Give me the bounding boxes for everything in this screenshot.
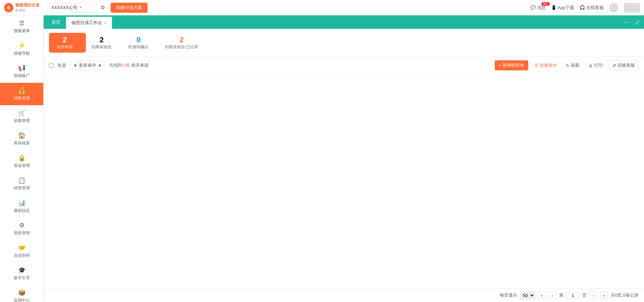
stat-num-wangfu: 0	[137, 36, 141, 44]
select-all-checkbox[interactable]	[49, 63, 53, 68]
stat-label-shipped: 到期未收款 已出库	[165, 44, 198, 50]
message-icon: 💬	[530, 5, 536, 10]
tabs-right-actions: — ⤢	[623, 18, 641, 26]
content-area: 首页 钱货日清工作台 ✕ — ⤢ 2 全部单据 2 到期未收款	[44, 15, 644, 302]
table-area	[44, 74, 644, 288]
batch-label: 批量操作	[540, 62, 557, 68]
switch-version-button[interactable]: ⇄ 切换新版	[609, 60, 639, 70]
print-label: 打印	[594, 62, 603, 68]
sidebar-label-purchase: 采购管理	[14, 118, 30, 124]
sidebar-label-guide: 新手引导	[14, 275, 30, 281]
print-icon: 🖨	[588, 63, 593, 68]
message-button[interactable]: 💬 消息 99+	[530, 5, 546, 11]
tab-home[interactable]: 首页	[46, 15, 66, 29]
sidebar-label-quicknav: 快捷导航	[14, 51, 30, 56]
user-name-area[interactable]	[624, 3, 640, 12]
found-count: 0条	[123, 63, 130, 68]
logo-text-group: 畅捷通好生意 标准版	[15, 2, 40, 13]
operations-icon: 📋	[18, 177, 25, 184]
purchase-icon: 🛒	[18, 109, 25, 117]
sidebar-item-guide[interactable]: 🎓 新手引导	[0, 262, 43, 285]
sidebar-label-app-center: 应用中心	[14, 298, 30, 302]
company-selector[interactable]: XXXXXX公司 ▼	[48, 3, 95, 12]
company-name: XXXXXX公司	[51, 5, 77, 11]
new-sales-order-button[interactable]: + 新增销货单	[495, 60, 528, 70]
stat-num-shipped: 2	[180, 36, 184, 44]
toolbar-right: + 新增销货单 ☰ 批量操作 ↻ 刷新 🖨 打印 ⇄	[495, 60, 639, 70]
headset-icon: 🎧	[580, 5, 585, 10]
tab-maximize-button[interactable]: ⤢	[633, 18, 641, 26]
tab-minimize-button[interactable]: —	[623, 18, 631, 26]
filter-button[interactable]: ▼ 更多条件 ▼	[70, 61, 105, 70]
top-header: 6 畅捷通好生意 标准版 XXXXXX公司 ▼ ⚙ 体验行业方案 💬 消息 99…	[0, 0, 644, 15]
last-page-button[interactable]: »	[600, 291, 608, 299]
select-all-label: 全选	[57, 62, 66, 68]
app-badge: 标准版	[15, 8, 40, 13]
header-right: 💬 消息 99+ 📱 App下载 🎧 在线客服	[530, 3, 640, 12]
sidebar-item-inventory[interactable]: 🏠 库存核算	[0, 128, 43, 150]
sidebar-item-operations[interactable]: 📋 经营管理	[0, 173, 43, 195]
sidebar-item-search[interactable]: ☰ 搜索菜单	[0, 15, 43, 38]
filter-label: 更多条件	[79, 62, 96, 68]
sidebar-label-marketing: 营销推广	[14, 73, 30, 79]
sidebar-item-app-center[interactable]: 📦 应用中心	[0, 285, 43, 302]
main-layout: ☰ 搜索菜单 ⚡ 快捷导航 📢 营销推广 💰 销售管理 🛒 采购管理 🏠 库存核…	[0, 15, 644, 302]
stat-card-overdue[interactable]: 2 到期未收款	[86, 33, 123, 53]
inventory-icon: 🏠	[18, 132, 25, 139]
chevron-down-icon: ▼	[79, 6, 82, 9]
page-content: 2 全部单据 2 到期未收款 0 旺辅待确认 2 到期未收款 已出库	[44, 29, 644, 302]
refresh-label: 刷新	[571, 62, 580, 68]
pagination: 每页显示 50 « ‹ 第 页 › » 共0页,0条记录	[44, 288, 644, 302]
app-center-icon: 📦	[18, 289, 25, 296]
sidebar-label-operations: 经营管理	[14, 185, 30, 191]
sidebar-item-quicknav[interactable]: ⚡ 快捷导航	[0, 38, 43, 60]
sidebar-item-enterprise[interactable]: 🤝 企业协同	[0, 240, 43, 262]
tabs-bar: 首页 钱货日清工作台 ✕ — ⤢	[44, 15, 644, 29]
prev-page-button[interactable]: ‹	[548, 291, 556, 299]
settings-button[interactable]: ⚙	[97, 2, 108, 13]
sidebar-item-purchase[interactable]: 🛒 采购管理	[0, 105, 43, 128]
toolbar: 全选 ▼ 更多条件 ▼ 共找到 0条 相关单据 + 新增销货单 ☰ 批量操作	[44, 57, 644, 74]
online-service-button[interactable]: 🎧 在线客服	[580, 5, 604, 11]
per-page-select[interactable]: 50	[520, 292, 535, 299]
guide-icon: 🎓	[18, 266, 25, 274]
stat-num-overdue: 2	[100, 36, 104, 44]
sidebar-item-system[interactable]: ⚙ 系统管理	[0, 218, 43, 240]
sidebar-label-search: 搜索菜单	[14, 28, 30, 34]
enterprise-icon: 🤝	[18, 244, 25, 251]
phone-icon: 📱	[551, 5, 556, 10]
quicknav-icon: ⚡	[18, 42, 25, 49]
page-number-input[interactable]	[566, 292, 580, 299]
app-download-label: App下载	[558, 5, 574, 11]
refresh-button[interactable]: ↻ 刷新	[563, 61, 582, 70]
stat-card-wangfu[interactable]: 0 旺辅待确认	[123, 33, 160, 53]
print-button[interactable]: 🖨 打印	[586, 61, 605, 70]
online-service-label: 在线客服	[586, 5, 604, 11]
sidebar-item-sales[interactable]: 💰 销售管理	[0, 83, 43, 105]
sidebar-label-sales: 销售管理	[14, 96, 30, 101]
sidebar-item-finance[interactable]: 🔒 资金管理	[0, 150, 43, 173]
switch-icon: ⇄	[612, 63, 616, 68]
experience-button[interactable]: 体验行业方案	[111, 3, 148, 13]
first-page-button[interactable]: «	[538, 291, 546, 299]
app-name: 畅捷通好生意	[15, 2, 40, 8]
stat-label-all: 全部单据	[57, 44, 73, 50]
avatar[interactable]	[609, 3, 619, 12]
sidebar-item-basic-info[interactable]: 📊 基础信息	[0, 195, 43, 218]
stat-num-all: 2	[63, 36, 67, 44]
sidebar: ☰ 搜索菜单 ⚡ 快捷导航 📢 营销推广 💰 销售管理 🛒 采购管理 🏠 库存核…	[0, 15, 44, 302]
sidebar-item-marketing[interactable]: 📢 营销推广	[0, 60, 43, 83]
sales-icon: 💰	[18, 87, 25, 94]
logo-area: 6 畅捷通好生意 标准版	[4, 2, 48, 13]
stat-label-wangfu: 旺辅待确认	[128, 44, 149, 50]
page-label: 第	[559, 292, 564, 298]
message-badge: 99+	[541, 2, 550, 6]
next-page-button[interactable]: ›	[589, 291, 597, 299]
batch-operation-button[interactable]: ☰ 批量操作	[532, 61, 560, 70]
tab-close-icon[interactable]: ✕	[104, 21, 107, 25]
tab-workbench[interactable]: 钱货日清工作台 ✕	[66, 17, 112, 29]
stat-card-all[interactable]: 2 全部单据	[49, 33, 86, 53]
page-suffix: 页	[582, 292, 587, 298]
app-download-button[interactable]: 📱 App下载	[551, 5, 574, 11]
stat-card-shipped[interactable]: 2 到期未收款 已出库	[160, 33, 209, 53]
